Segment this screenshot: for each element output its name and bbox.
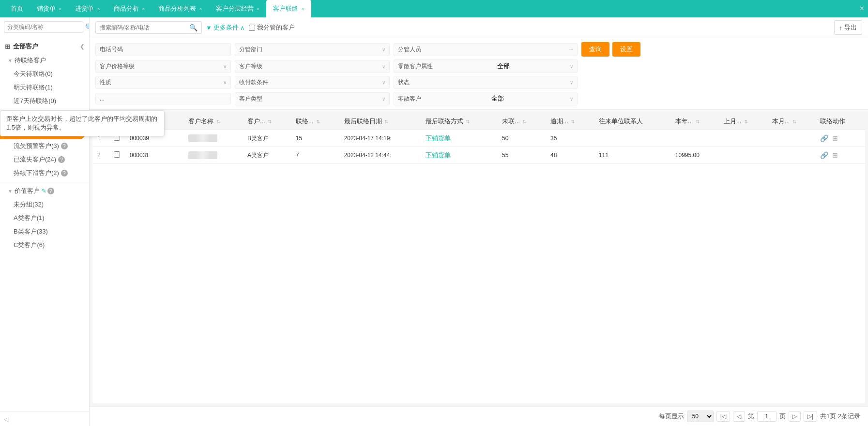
col-no-contact: 未联... ⇅ bbox=[497, 113, 546, 130]
sort-this-month-icon[interactable]: ⇅ bbox=[792, 119, 796, 124]
row1-name-blurred bbox=[188, 134, 217, 142]
customer-tier-field[interactable]: 客户等级 ∨ bbox=[235, 60, 390, 73]
retail-attr-field[interactable]: 零散客户属性 全部 ∨ bbox=[394, 59, 578, 73]
page-prev-button[interactable]: ◁ bbox=[733, 411, 745, 422]
payment-terms-field[interactable]: 收付款条件 ∨ bbox=[235, 76, 390, 89]
collapse-sidebar-icon[interactable]: ❮ bbox=[80, 44, 84, 50]
nav-analysis[interactable]: 商品分析 × bbox=[107, 0, 152, 17]
sidebar-pending-contact-group[interactable]: ▼ 待联络客户 bbox=[0, 54, 89, 67]
row1-action-icons: 🔗 ⊞ bbox=[820, 134, 860, 142]
nav-analysis-list-close[interactable]: × bbox=[199, 6, 202, 12]
my-customers-checkbox[interactable] bbox=[249, 25, 255, 31]
row2-checkbox bbox=[109, 147, 125, 164]
nav-sales-close[interactable]: × bbox=[59, 6, 61, 12]
search-input[interactable] bbox=[100, 24, 189, 31]
nav-home[interactable]: 首页 bbox=[4, 0, 30, 17]
data-table-container[interactable]: ⚙ 客户编码 ⇅ 客户名称 ⇅ bbox=[92, 113, 865, 403]
sort-no-contact-icon[interactable]: ⇅ bbox=[522, 119, 526, 124]
col-this-month: 本月... ⇅ bbox=[767, 113, 816, 130]
page-next-button[interactable]: ▷ bbox=[789, 411, 801, 422]
more-conditions-button[interactable]: ▼ 更多条件 ∧ bbox=[206, 23, 245, 32]
col-last-contact-date: 最后联络日期 ⇅ bbox=[339, 113, 421, 130]
sidebar-b-tier[interactable]: B类客户(33) bbox=[0, 225, 89, 238]
row1-last-method[interactable]: 下销货单 bbox=[421, 130, 497, 147]
nav-analysis-list[interactable]: 商品分析列表 × bbox=[152, 0, 209, 17]
sidebar-bottom-nav[interactable]: ◁ bbox=[0, 411, 89, 426]
sidebar-tomorrow-pending[interactable]: 明天待联络(1) bbox=[0, 81, 89, 94]
status-field[interactable]: 状态 ∨ bbox=[394, 76, 578, 89]
already-lost-info-icon[interactable]: ? bbox=[58, 156, 65, 163]
export-icon: ↑ bbox=[839, 24, 843, 31]
nav-analysis-close[interactable]: × bbox=[142, 6, 145, 12]
col-last-contact-method: 最后联络方式 ⇅ bbox=[421, 113, 497, 130]
row1-grid-icon[interactable]: ⊞ bbox=[832, 134, 838, 142]
export-button[interactable]: ↑ 导出 bbox=[834, 20, 863, 35]
nav-customer-tier[interactable]: 客户分层经营 × bbox=[209, 0, 266, 17]
sidebar-week-pending[interactable]: 近7天待联络(0) bbox=[0, 94, 89, 108]
branch-person-field[interactable]: 分管人员 ··· bbox=[394, 43, 578, 56]
value-customers-edit-icon[interactable]: ✎ bbox=[42, 188, 46, 194]
page-number-input[interactable] bbox=[757, 411, 777, 422]
row1-name bbox=[183, 130, 242, 147]
sort-date-icon[interactable]: ⇅ bbox=[384, 119, 388, 124]
page-first-button[interactable]: |◁ bbox=[716, 411, 730, 422]
row2-grid-icon[interactable]: ⊞ bbox=[832, 151, 838, 159]
col-unit-contact: 往来单位联系人 bbox=[594, 113, 670, 130]
value-customers-info-icon[interactable]: ? bbox=[47, 188, 54, 194]
col-name: 客户名称 ⇅ bbox=[183, 113, 242, 130]
gender-field[interactable]: 性质 ∨ bbox=[95, 76, 231, 89]
sidebar-value-customers-group[interactable]: ▼ 价值客户 ✎ ? bbox=[0, 184, 89, 198]
nav-sales[interactable]: 销货单 × bbox=[30, 0, 68, 17]
window-close-button[interactable]: × bbox=[860, 4, 864, 13]
adv-row-2: 客户价格等级 ∨ 客户等级 ∨ 零散客户属性 全部 ∨ bbox=[95, 59, 862, 73]
sort-tier-icon[interactable]: ⇅ bbox=[268, 119, 272, 124]
row2-select-checkbox[interactable] bbox=[114, 151, 120, 158]
query-button[interactable]: 查询 bbox=[581, 42, 609, 57]
customers-table: ⚙ 客户编码 ⇅ 客户名称 ⇅ bbox=[92, 113, 865, 164]
branch-dept-field[interactable]: 分管部门 ∨ bbox=[235, 43, 390, 56]
sort-last-month-icon[interactable]: ⇅ bbox=[744, 119, 748, 124]
row1-link-icon[interactable]: 🔗 bbox=[820, 134, 828, 142]
page-last-button[interactable]: ▷| bbox=[804, 411, 817, 422]
adv-row-3: 性质 ∨ 收付款条件 ∨ 状态 ∨ bbox=[95, 76, 862, 89]
phone-field[interactable]: 电话号码 bbox=[95, 43, 231, 56]
filter-bar: 🔍 ▼ 更多条件 ∧ 我分管的客户 ↑ 导出 bbox=[90, 17, 868, 38]
nav-purchase[interactable]: 进货单 × bbox=[68, 0, 107, 17]
row2-last-method[interactable]: 下销货单 bbox=[421, 147, 497, 164]
sidebar-lost-warning[interactable]: 流失预警客户(3) ? bbox=[0, 139, 89, 153]
sort-method-icon[interactable]: ⇅ bbox=[466, 119, 470, 124]
price-tier-field[interactable]: 客户价格等级 ∨ bbox=[95, 60, 231, 73]
nav-customer-tier-close[interactable]: × bbox=[257, 6, 259, 12]
row2-last-date: 2023-04-12 14:44: bbox=[339, 147, 421, 164]
nav-customer-contact-close[interactable]: × bbox=[301, 6, 304, 12]
lost-warning-info-icon[interactable]: ? bbox=[61, 143, 68, 149]
sidebar-today-pending[interactable]: 今天待联络(0) bbox=[0, 67, 89, 81]
customer-type-field[interactable]: 客户类型 ∨ bbox=[235, 92, 390, 105]
nav-purchase-close[interactable]: × bbox=[97, 6, 100, 12]
row2-link-icon[interactable]: 🔗 bbox=[820, 151, 828, 159]
declining-info-icon[interactable]: ? bbox=[61, 170, 68, 176]
sidebar-c-tier[interactable]: C类客户(6) bbox=[0, 238, 89, 252]
sort-this-year-icon[interactable]: ⇅ bbox=[696, 119, 700, 124]
nav-customer-contact[interactable]: 客户联络 × bbox=[266, 0, 311, 17]
search-icon[interactable]: 🔍 bbox=[189, 24, 198, 31]
sort-contact-count-icon[interactable]: ⇅ bbox=[316, 119, 320, 124]
sidebar-already-lost[interactable]: 已流失客户(24) ? bbox=[0, 153, 89, 166]
sidebar-all-customers-header[interactable]: ⊞ 全部客户 ❮ bbox=[0, 39, 89, 54]
more-field[interactable]: ... bbox=[95, 93, 231, 104]
row1-actions: 🔗 ⊞ bbox=[815, 130, 865, 147]
sidebar-unGrouped[interactable]: 未分组(32) bbox=[0, 198, 89, 211]
sort-name-icon[interactable]: ⇅ bbox=[216, 119, 220, 124]
page-size-select[interactable]: 50 20 100 bbox=[687, 411, 714, 422]
sort-overdue-icon[interactable]: ⇅ bbox=[571, 119, 575, 124]
sidebar-search-icon[interactable]: 🔍 bbox=[85, 23, 90, 31]
col-this-year: 本年... ⇅ bbox=[670, 113, 719, 130]
sidebar-a-tier[interactable]: A类客户(1) bbox=[0, 211, 89, 225]
sidebar-search-input[interactable] bbox=[4, 21, 83, 33]
retail-customer-field[interactable]: 零散客户 全部 ∨ bbox=[394, 92, 578, 105]
gender-arrow-icon: ∨ bbox=[223, 80, 227, 85]
table-row: 2 000031 A类客户 7 2023-04-12 14:44: 下销货单 bbox=[92, 147, 865, 164]
sidebar-declining[interactable]: 持续下滑客户(2) ? bbox=[0, 166, 89, 180]
settings-button[interactable]: 设置 bbox=[612, 42, 640, 57]
row2-actions: 🔗 ⊞ bbox=[815, 147, 865, 164]
